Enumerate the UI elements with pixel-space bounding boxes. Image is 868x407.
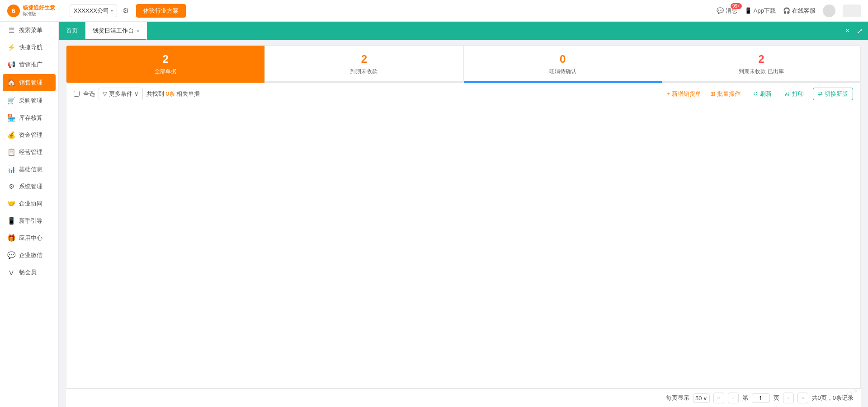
refresh-button[interactable]: ↺ 刷新 (750, 88, 775, 100)
vip-icon: V (7, 269, 15, 276)
enterprise-label: 企业协同 (19, 200, 42, 208)
sidebar-item-inventory[interactable]: 🏪库存核算 (0, 109, 58, 126)
chevron-down-icon: ▾ (111, 8, 113, 13)
header-right: 💬 消息 99+ 📱 App下载 🎧 在线客服 (717, 5, 861, 17)
sidebar-item-newbie[interactable]: 📱新手引导 (0, 212, 58, 229)
new-sales-order-button[interactable]: + 新增销货单 (667, 90, 701, 98)
app-body: ☰搜索菜单⚡快捷导航📢营销推广🏠销售管理🛒采购管理🏪库存核算💰资金管理📋经营管理… (0, 22, 868, 407)
sidebar-item-enterprise[interactable]: 🤝企业协同 (0, 195, 58, 212)
logo-sub: 标准版 (23, 11, 55, 17)
print-label: 打印 (792, 90, 804, 98)
vip-label: 畅会员 (19, 268, 37, 276)
operations-icon: 📋 (7, 148, 15, 156)
message-button[interactable]: 💬 消息 99+ (717, 7, 737, 15)
tab-actions: × ⤢ (844, 25, 868, 37)
newbie-icon: 📱 (7, 217, 15, 225)
print-icon: 🖨 (784, 90, 790, 97)
purchase-icon: 🛒 (7, 97, 15, 105)
company-selector[interactable]: XXXXXX公司 ▾ (70, 5, 117, 17)
system-icon: ⚙ (7, 182, 15, 191)
per-page-value: 50 (695, 395, 702, 402)
filter-icon: ▽ (103, 90, 107, 97)
finance-label: 资金管理 (19, 131, 42, 139)
page-number-input[interactable] (752, 393, 770, 403)
toolbar: 全选 ▽ 更多条件 ∨ 共找到 0条 相关单据 + 新增销货单 ⊞ (66, 83, 861, 105)
switch-version-button[interactable]: ⇄ 切换新版 (813, 88, 853, 100)
logo-main: 畅捷通好生意 (23, 5, 55, 11)
user-menu[interactable] (843, 5, 861, 17)
sidebar-item-sales[interactable]: 🏠销售管理 (3, 74, 56, 91)
sidebar-item-purchase[interactable]: 🛒采购管理 (0, 92, 58, 109)
trial-button[interactable]: 体验行业方案 (136, 4, 186, 18)
tab-close-icon[interactable]: × (137, 28, 139, 33)
logo-icon: 6 (7, 5, 20, 17)
sidebar-item-enterprise-wechat[interactable]: 💬企业微信 (0, 247, 58, 264)
filter-label: 更多条件 (109, 90, 132, 98)
prev-page-button[interactable]: ‹ (728, 393, 739, 403)
page-suffix: 页 (774, 394, 779, 402)
tab-home-label: 首页 (66, 27, 78, 35)
sidebar-item-search-menu[interactable]: ☰搜索菜单 (0, 22, 58, 39)
card-label-all: 全部单据 (75, 68, 255, 75)
filter-button[interactable]: ▽ 更多条件 ∨ (99, 88, 143, 100)
select-all-checkbox[interactable] (74, 91, 80, 97)
app-download-button[interactable]: 📱 App下载 (745, 7, 776, 15)
search-menu-label: 搜索菜单 (19, 26, 42, 34)
main-content: 首页 钱货日清工作台 × × ⤢ 2全部单据2到期未收款0旺辅待确认2到期未收款… (59, 22, 868, 407)
card-num-overdue-shipped: 2 (671, 53, 851, 66)
summary-card-all[interactable]: 2全部单据 (66, 46, 265, 83)
switch-icon: ⇄ (818, 90, 823, 97)
settings-icon[interactable]: ⚙ (121, 5, 131, 17)
found-count: 0条 (166, 90, 175, 97)
toolbar-right: + 新增销货单 ⊞ 批量操作 ↺ 刷新 🖨 打印 ⇄ (667, 88, 853, 100)
avatar[interactable] (823, 5, 835, 17)
select-all-label: 全选 (83, 90, 95, 98)
card-underline-overdue (265, 81, 463, 83)
inventory-label: 库存核算 (19, 114, 42, 122)
summary-cards: 2全部单据2到期未收款0旺辅待确认2到期未收款 已出库 (66, 45, 861, 83)
sales-label: 销售管理 (19, 79, 42, 87)
tab-workbench[interactable]: 钱货日清工作台 × (85, 22, 147, 40)
summary-card-overdue[interactable]: 2到期未收款 (265, 46, 463, 83)
summary-card-wangwang[interactable]: 0旺辅待确认 (464, 46, 662, 83)
basic-info-icon: 📊 (7, 165, 15, 173)
system-label: 系统管理 (19, 182, 42, 191)
sidebar-item-app-center[interactable]: 🎁应用中心 (0, 229, 58, 247)
operations-label: 经营管理 (19, 148, 42, 156)
print-button[interactable]: 🖨 打印 (781, 88, 807, 100)
basic-info-label: 基础信息 (19, 165, 42, 173)
sidebar-item-system[interactable]: ⚙系统管理 (0, 178, 58, 195)
sidebar-item-finance[interactable]: 💰资金管理 (0, 126, 58, 144)
toolbar-left: 全选 ▽ 更多条件 ∨ 共找到 0条 相关单据 (74, 88, 200, 100)
company-name: XXXXXX公司 (74, 7, 109, 15)
online-service-button[interactable]: 🎧 在线客服 (783, 7, 816, 15)
last-page-button[interactable]: » (797, 393, 808, 403)
per-page-select[interactable]: 50 ∨ (693, 393, 709, 403)
sidebar-item-marketing[interactable]: 📢营销推广 (0, 56, 58, 73)
purchase-label: 采购管理 (19, 97, 42, 105)
tab-minimize-button[interactable]: × (844, 25, 851, 37)
found-text: 共找到 0条 相关单据 (146, 90, 200, 98)
first-page-button[interactable]: « (713, 393, 724, 403)
enterprise-wechat-label: 企业微信 (19, 251, 42, 259)
found-prefix: 共找到 (146, 90, 164, 97)
batch-operation-button[interactable]: ⊞ 批量操作 (707, 88, 744, 100)
refresh-icon: ↺ (753, 90, 758, 97)
next-page-button[interactable]: › (783, 393, 794, 403)
online-service-label: 在线客服 (792, 7, 816, 15)
batch-icon: ⊞ (710, 90, 715, 97)
filter-chevron-icon: ∨ (134, 90, 139, 97)
tab-maximize-button[interactable]: ⤢ (855, 25, 864, 37)
sidebar-item-quick-nav[interactable]: ⚡快捷导航 (0, 39, 58, 56)
total-label: 共0页，0条记录 (812, 394, 854, 402)
sidebar-item-operations[interactable]: 📋经营管理 (0, 144, 58, 161)
card-num-wangwang: 0 (473, 53, 653, 66)
sales-icon: 🏠 (7, 79, 15, 87)
sidebar-item-basic-info[interactable]: 📊基础信息 (0, 161, 58, 178)
sidebar-item-vip[interactable]: V畅会员 (0, 264, 58, 281)
logo-text: 畅捷通好生意 标准版 (23, 5, 55, 16)
tab-home[interactable]: 首页 (59, 22, 85, 40)
sidebar: ☰搜索菜单⚡快捷导航📢营销推广🏠销售管理🛒采购管理🏪库存核算💰资金管理📋经营管理… (0, 22, 59, 407)
page-prefix: 第 (742, 394, 748, 402)
summary-card-overdue-shipped[interactable]: 2到期未收款 已出库 (662, 46, 860, 83)
